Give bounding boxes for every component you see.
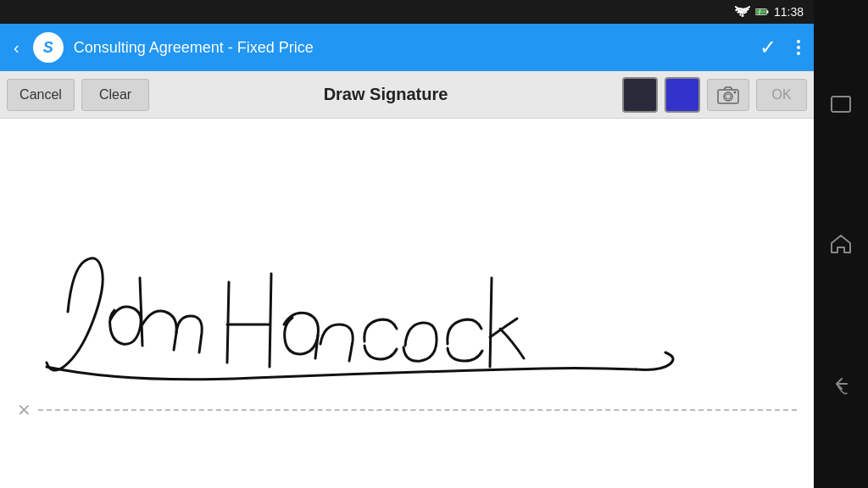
confirm-button[interactable]: ✓ xyxy=(753,29,783,66)
side-nav xyxy=(814,0,868,488)
camera-icon xyxy=(717,86,739,104)
home-icon xyxy=(830,233,852,255)
status-icons: 11:38 xyxy=(735,5,804,19)
dot2 xyxy=(797,46,800,49)
svg-point-0 xyxy=(741,14,743,17)
color-blue-swatch[interactable] xyxy=(665,77,700,113)
x-mark: ✕ xyxy=(17,400,31,420)
top-bar-actions: ✓ xyxy=(753,29,807,66)
dot1 xyxy=(797,40,800,43)
battery-icon xyxy=(755,6,769,18)
recent-apps-icon xyxy=(830,95,852,114)
home-button[interactable] xyxy=(824,227,858,261)
color-black-swatch[interactable] xyxy=(622,77,658,113)
back-button[interactable]: ‹ xyxy=(7,31,26,64)
more-options-button[interactable] xyxy=(790,33,807,62)
baseline-line xyxy=(38,409,797,411)
dot3 xyxy=(797,52,800,55)
cancel-button[interactable]: Cancel xyxy=(7,79,75,111)
ok-button[interactable]: OK xyxy=(756,79,807,111)
draw-signature-label: Draw Signature xyxy=(156,85,615,104)
camera-button[interactable] xyxy=(707,79,749,111)
svg-rect-3 xyxy=(756,9,766,14)
status-time: 11:38 xyxy=(774,5,804,19)
svg-rect-9 xyxy=(832,97,850,112)
app-title: Consulting Agreement - Fixed Price xyxy=(70,39,746,57)
recent-apps-button[interactable] xyxy=(824,87,858,121)
top-bar: ‹ S Consulting Agreement - Fixed Price ✓ xyxy=(0,24,814,71)
svg-rect-2 xyxy=(767,10,769,13)
signature-baseline: ✕ xyxy=(0,400,814,420)
app-logo: S xyxy=(33,32,64,63)
signature-area[interactable]: ✕ xyxy=(0,119,814,488)
back-nav-button[interactable] xyxy=(824,367,858,401)
svg-point-8 xyxy=(734,91,737,93)
wifi-icon xyxy=(735,6,750,18)
clear-button[interactable]: Clear xyxy=(81,79,149,111)
svg-point-7 xyxy=(726,94,731,99)
signature-toolbar: Cancel Clear Draw Signature OK xyxy=(0,71,814,119)
status-bar: 11:38 xyxy=(0,0,814,24)
signature-canvas[interactable] xyxy=(0,119,814,488)
back-icon xyxy=(830,373,852,395)
